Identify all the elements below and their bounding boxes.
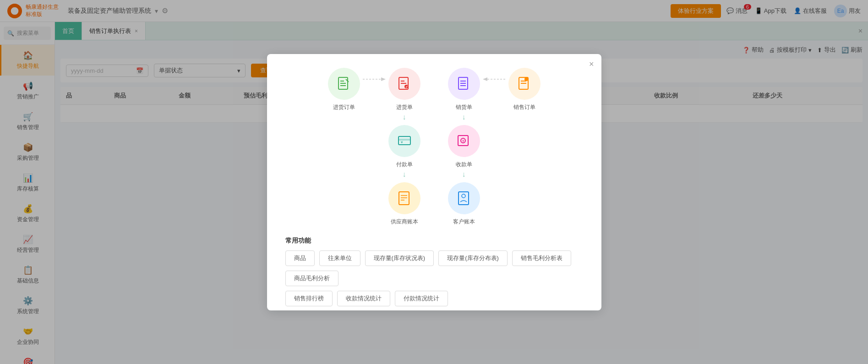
svg-rect-8 (399, 139, 410, 141)
arrow-v-supplier: ↓ (403, 170, 406, 179)
svg-point-19 (462, 194, 465, 198)
receipt-bill-circle[interactable]: ¥ (448, 125, 480, 157)
modal-overlay[interactable]: × 进货订单 (0, 0, 868, 364)
purchase-bill-circle[interactable]: ✓ (388, 68, 420, 100)
modal-body: 进货订单 (267, 54, 601, 310)
quick-buttons-row1: 商品 往来单位 现存量(库存状况表) 现存量(库存分布表) 销售毛利分析表 商品… (285, 250, 583, 286)
flow-col-purchase-bill: ✓ 进货单 ↓ ¥ 付款单 (388, 68, 420, 226)
svg-text:✓: ✓ (405, 85, 408, 88)
quick-btn-stock-dist[interactable]: 现存量(库存分布表) (438, 250, 508, 266)
receipt-bill-label: 收款单 (456, 161, 472, 168)
purchase-bill-label: 进货单 (396, 103, 413, 111)
supplier-account-label: 供应商账本 (391, 218, 418, 226)
payment-bill-circle[interactable]: ¥ (388, 125, 420, 157)
svg-text:¥: ¥ (400, 140, 403, 144)
customer-account-label: 客户账本 (453, 218, 475, 226)
quick-btn-stock-status[interactable]: 现存量(库存状况表) (365, 250, 434, 266)
svg-marker-20 (483, 77, 487, 81)
purchase-order-circle[interactable] (328, 68, 360, 100)
quick-btn-product-gross[interactable]: 商品毛利分析 (285, 271, 338, 286)
flow-diagram: 进货订单 (285, 68, 583, 226)
sales-bill-circle[interactable] (448, 68, 480, 100)
arrow-v-receipt: ↓ (462, 113, 466, 121)
flow-col-sales-bill: 销货单 ↓ ¥ 收款单 ↓ (448, 68, 480, 226)
quick-btn-partner[interactable]: 往来单位 (319, 250, 360, 266)
customer-account-circle[interactable] (448, 182, 480, 214)
payment-bill-label: 付款单 (396, 161, 413, 168)
svg-text:¥: ¥ (462, 139, 464, 143)
quick-functions: 常用功能 商品 往来单位 现存量(库存状况表) 现存量(库存分布表) 销售毛利分… (285, 237, 583, 306)
modal-close-button[interactable]: × (589, 60, 594, 69)
svg-rect-10 (399, 192, 409, 205)
sales-order-circle[interactable] (508, 68, 540, 100)
arrow-v-customer: ↓ (462, 170, 466, 179)
svg-point-23 (524, 77, 528, 81)
flow-col-purchase-order: 进货订单 (328, 68, 360, 111)
quick-btn-sales-gross[interactable]: 销售毛利分析表 (512, 250, 571, 266)
svg-marker-3 (381, 77, 386, 81)
arrow-h-1 (363, 76, 386, 82)
flow-col-sales-order: 销售订单 (508, 68, 540, 111)
sales-order-node-label: 销售订单 (513, 103, 535, 111)
quick-btn-receipt-stat[interactable]: 收款情况统计 (337, 291, 390, 306)
modal: × 进货订单 (267, 54, 601, 310)
svg-rect-18 (459, 192, 469, 205)
arrow-h-2 (483, 76, 506, 82)
arrow-v-payment: ↓ (403, 113, 406, 121)
quick-btn-payment-stat[interactable]: 付款情况统计 (395, 291, 448, 306)
supplier-account-circle[interactable] (388, 182, 420, 214)
quick-functions-title: 常用功能 (285, 237, 583, 245)
purchase-order-label: 进货订单 (333, 103, 355, 111)
sales-bill-label: 销货单 (456, 103, 472, 111)
quick-btn-product[interactable]: 商品 (285, 250, 315, 266)
quick-btn-sales-rank[interactable]: 销售排行榜 (285, 291, 333, 306)
quick-buttons-row2: 销售排行榜 收款情况统计 付款情况统计 (285, 291, 583, 306)
